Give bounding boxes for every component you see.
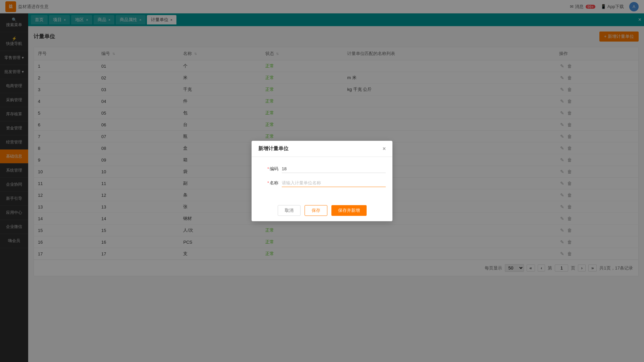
form-code-label: *编码	[258, 166, 278, 172]
modal-close-btn[interactable]: ×	[383, 146, 386, 152]
form-row-name: *名称	[258, 179, 386, 187]
code-required-mark: *	[267, 166, 269, 171]
form-row-code: *编码	[258, 165, 386, 173]
save-and-new-button[interactable]: 保存并新增	[331, 205, 367, 216]
name-required-mark: *	[267, 180, 269, 185]
modal-footer: 取消 保存 保存并新增	[252, 201, 392, 221]
cancel-button[interactable]: 取消	[278, 205, 301, 216]
add-unit-modal: 新增计量单位 × *编码 *名称 取消 保存 保存并新增	[252, 141, 392, 221]
modal-body: *编码 *名称	[252, 157, 392, 201]
code-input[interactable]	[282, 165, 386, 173]
modal-overlay: 新增计量单位 × *编码 *名称 取消 保存 保存并新增	[0, 0, 644, 362]
name-input[interactable]	[282, 179, 386, 187]
save-button[interactable]: 保存	[305, 205, 327, 216]
modal-title: 新增计量单位	[258, 145, 288, 152]
modal-header: 新增计量单位 ×	[252, 141, 392, 157]
form-name-label: *名称	[258, 180, 278, 186]
